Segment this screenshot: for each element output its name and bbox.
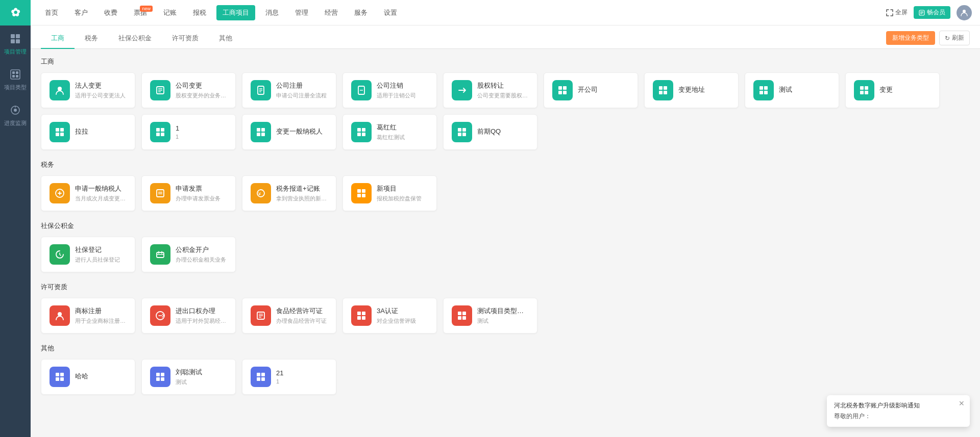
- card-icon-21: [251, 367, 271, 387]
- card-ceshileixing[interactable]: 测试项目类型目定义 测试: [443, 298, 537, 333]
- card-gjjkaihu[interactable]: 公积金开户 办理公积金相关业务: [141, 237, 236, 272]
- svg-rect-92: [458, 316, 461, 320]
- svg-point-10: [14, 109, 17, 112]
- svg-rect-60: [458, 128, 461, 132]
- card-title-haha: 哈哈: [75, 372, 127, 381]
- tab-xuke[interactable]: 许可资质: [162, 29, 209, 49]
- card-faziren[interactable]: 法人变更 适用于公司变更法人: [41, 72, 135, 108]
- nav-operation[interactable]: 经营: [318, 5, 344, 20]
- svg-rect-42: [860, 91, 864, 94]
- gongshang-section: 工商 法人变更 适用于公司变更法人: [41, 57, 970, 150]
- nav-manage[interactable]: 管理: [289, 5, 314, 20]
- nav-message[interactable]: 消息: [259, 5, 285, 20]
- svg-rect-99: [161, 373, 164, 376]
- sidebar-item-progress-monitor[interactable]: 进度监测: [0, 97, 31, 133]
- card-liucong[interactable]: 刘聪测试 测试: [141, 359, 236, 395]
- card-title-spjy: 食品经营许可证: [276, 306, 328, 316]
- card-shangbiao[interactable]: 商标注册 用于企业商标注册服务: [41, 298, 135, 333]
- nav-bookkeeping[interactable]: 记账: [157, 5, 183, 20]
- project-manage-icon: [8, 32, 22, 46]
- main-area: 首页 客户 收费 票据 new 记账 报税 工商项目 消息 管理 经营 服务 设…: [31, 0, 980, 437]
- card-info-swbdjz: 税务报道+记账 拿到营业执照的新公司: [276, 184, 328, 202]
- card-ceshi[interactable]: 测试: [745, 72, 839, 108]
- card-biangengnsrn[interactable]: 变更一般纳税人: [242, 114, 336, 150]
- card-info-kaigongsi: 开公司: [578, 85, 629, 96]
- card-info-liucong: 刘聪测试 测试: [176, 368, 227, 386]
- tab-shebao[interactable]: 社保公积金: [108, 29, 162, 49]
- card-one[interactable]: 1 1: [141, 114, 236, 150]
- card-21[interactable]: 21 1: [242, 359, 336, 395]
- other-cards: 哈哈 刘聪测试 测试: [41, 359, 970, 395]
- card-gsbiangeng[interactable]: 公司变更 股权变更外的业务变更: [141, 72, 236, 108]
- card-desc-spjy: 办理食品经营许可证: [276, 317, 328, 325]
- nav-settings[interactable]: 设置: [378, 5, 403, 20]
- card-jck[interactable]: 进出口权办理 适用于对外贸易经营者: [141, 298, 236, 333]
- card-icon-haha: [50, 367, 70, 387]
- card-title-zhuce: 公司注册: [276, 81, 328, 90]
- svg-rect-88: [357, 316, 361, 320]
- new-type-button[interactable]: 新增业务类型: [886, 31, 935, 45]
- card-xinxiangmu[interactable]: 新项目 报税加税控盘保管: [342, 175, 437, 211]
- nav-tax[interactable]: 报税: [187, 5, 212, 20]
- card-info-spjy: 食品经营许可证 办理食品经营许可证: [276, 306, 328, 325]
- card-spjy[interactable]: 食品经营许可证 办理食品经营许可证: [242, 298, 336, 333]
- sidebar-label-progress-monitor: 进度监测: [4, 119, 27, 127]
- svg-rect-57: [362, 128, 365, 132]
- nav-customer[interactable]: 客户: [68, 5, 94, 20]
- tab-gongshang[interactable]: 工商: [41, 29, 75, 49]
- card-qianqiqq[interactable]: 前期QQ: [443, 114, 537, 150]
- card-sqfp[interactable]: 申请发票 办理申请发票业务: [141, 175, 236, 211]
- nav-home[interactable]: 首页: [39, 5, 64, 20]
- card-zhuce[interactable]: 公司注册 申请公司注册全流程: [242, 72, 336, 108]
- card-guquan[interactable]: 股权转让 公司变更需要股权转让: [443, 72, 537, 108]
- nav-biz[interactable]: 工商项目: [216, 5, 255, 20]
- svg-rect-41: [865, 86, 868, 90]
- card-icon-shangbiao: [50, 305, 70, 326]
- refresh-button[interactable]: ↻ 刷新: [939, 31, 970, 45]
- sidebar-item-project-manage[interactable]: 项目管理: [0, 25, 31, 61]
- notification-close-btn[interactable]: ✕: [959, 399, 965, 407]
- sidebar: ✿ 项目管理 项目类型 进度监测: [0, 0, 31, 437]
- card-info-jck: 进出口权办理 适用于对外贸易经营者: [176, 306, 227, 325]
- tab-other[interactable]: 其他: [209, 29, 242, 49]
- card-gehonghong[interactable]: 葛红红 葛红红测试: [342, 114, 437, 150]
- card-title-one: 1: [176, 124, 227, 132]
- card-icon-biangeng2: [854, 80, 874, 100]
- avatar[interactable]: [957, 5, 972, 20]
- card-icon-gehonghong: [351, 122, 372, 142]
- nav-service[interactable]: 服务: [348, 5, 374, 20]
- card-title-lala: 拉拉: [75, 127, 127, 136]
- card-kaigongsi[interactable]: 开公司: [544, 72, 638, 108]
- card-info-sqybnsrn: 申请一般纳税人 当月或次月成变更完成: [75, 184, 127, 202]
- card-title-zhuxiao: 公司注销: [377, 81, 428, 90]
- invoice-badge: new: [140, 6, 153, 12]
- fullscreen-btn[interactable]: 全屏: [886, 8, 908, 17]
- shebao-cards: 社保登记 进行人员社保登记 公积金开户 办理公积金相关业务: [41, 237, 970, 272]
- card-biangengdizhi[interactable]: 变更地址: [644, 72, 739, 108]
- card-sqybnsrn[interactable]: 申请一般纳税人 当月或次月成变更完成: [41, 175, 135, 211]
- nav-invoice[interactable]: 票据 new: [128, 5, 153, 20]
- card-title-ceshileixing: 测试项目类型目定义: [477, 306, 529, 316]
- tab-shuiwu[interactable]: 税务: [75, 29, 108, 49]
- svg-rect-86: [357, 312, 361, 315]
- svg-rect-28: [558, 86, 562, 90]
- card-icon-xinxiangmu: [351, 183, 372, 203]
- card-zhuxiao[interactable]: 公司注销 适用于注销公司: [342, 72, 437, 108]
- card-icon-3a: [351, 305, 372, 326]
- svg-rect-72: [357, 189, 361, 193]
- card-desc-guquan: 公司变更需要股权转让: [477, 92, 529, 99]
- member-btn[interactable]: 畅会员: [914, 6, 950, 19]
- svg-rect-55: [261, 133, 265, 136]
- card-icon-sqfp: [150, 183, 170, 203]
- card-sbdengji[interactable]: 社保登记 进行人员社保登记: [41, 237, 135, 272]
- card-3a[interactable]: 3A认证 对企业信誉评级: [342, 298, 437, 333]
- card-biangeng2[interactable]: 变更: [845, 72, 940, 108]
- sidebar-item-project-type[interactable]: 项目类型: [0, 61, 31, 97]
- card-lala[interactable]: 拉拉: [41, 114, 135, 150]
- nav-fee[interactable]: 收费: [98, 5, 124, 20]
- svg-rect-87: [362, 312, 365, 315]
- card-info-3a: 3A认证 对企业信誉评级: [377, 306, 428, 325]
- card-haha[interactable]: 哈哈: [41, 359, 135, 395]
- card-icon-liucong: [150, 367, 170, 387]
- card-swbdjz[interactable]: ¥ 税务报道+记账 拿到营业执照的新公司: [242, 175, 336, 211]
